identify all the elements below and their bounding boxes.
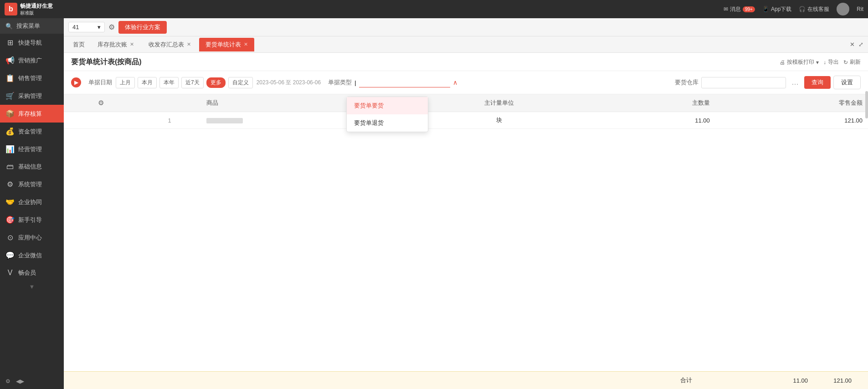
- app-version: 标准版: [20, 10, 53, 16]
- username: Rit: [857, 6, 863, 12]
- sidebar-item-inventory[interactable]: 📦 库存核算: [0, 105, 64, 123]
- table-row: 1 块 11.00 121.00: [64, 112, 868, 129]
- resize-handle[interactable]: [865, 91, 868, 118]
- tab-inventory-batch[interactable]: 库存批次账 ✕: [91, 38, 140, 51]
- sidebar-item-operations[interactable]: 📊 经营管理: [0, 140, 64, 158]
- refresh-icon: ↻: [843, 59, 848, 66]
- sidebar-item-label: 企业协同: [18, 198, 42, 206]
- table-num-header: [138, 94, 201, 112]
- sidebar-item-app-center[interactable]: ⊙ 应用中心: [0, 229, 64, 246]
- tab-close-order-summary[interactable]: ✕: [244, 41, 248, 47]
- warehouse-filter-group: 要货仓库 … 查询 设置: [675, 76, 861, 89]
- sidebar-item-guide[interactable]: 🎯 新手引导: [0, 211, 64, 229]
- filter-bar: ▶ 单据日期 上月 本月 本年 近7天 更多 自定义 2023-05-06 至 …: [64, 71, 868, 94]
- 7days-button[interactable]: 近7天: [181, 77, 204, 88]
- messages-button[interactable]: ✉ 消息 99+: [724, 5, 755, 13]
- export-button[interactable]: ↓ 导出: [823, 58, 839, 66]
- settings-icon[interactable]: ⚙: [5, 378, 10, 384]
- filter-expand-button[interactable]: ▶: [71, 77, 81, 87]
- tab-close-inventory-batch[interactable]: ✕: [130, 41, 134, 47]
- avatar[interactable]: [837, 3, 849, 15]
- messages-label: 消息: [730, 5, 741, 13]
- table-settings-header[interactable]: ⚙: [64, 94, 138, 112]
- sidebar-footer: ⚙ ◀▶: [0, 374, 64, 389]
- message-icon: ✉: [724, 6, 728, 12]
- sidebar-item-sales[interactable]: 📋 销售管理: [0, 69, 64, 87]
- tab-close-receive-summary[interactable]: ✕: [187, 41, 191, 47]
- search-menu-button[interactable]: 🔍 搜索菜单: [0, 18, 64, 34]
- curr-month-button[interactable]: 本月: [138, 77, 157, 88]
- table-amount-header: 零售金额: [715, 94, 868, 112]
- wechat-icon: 💬: [5, 251, 15, 260]
- finance-icon: 💰: [5, 127, 15, 136]
- online-service-button[interactable]: 🎧 在线客服: [799, 5, 829, 13]
- sidebar: 🔍 搜索菜单 ⊞ 快捷导航 📢 营销推广 📋 销售管理 🛒 采购管理 📦 库存核…: [0, 18, 64, 389]
- app-download-button[interactable]: 📱 App下载: [762, 5, 791, 13]
- print-template-button[interactable]: 🖨 按模板打印 ▾: [780, 58, 819, 66]
- tab-receive-summary[interactable]: 收发存汇总表 ✕: [142, 38, 197, 51]
- prev-month-button[interactable]: 上月: [116, 77, 135, 88]
- service-icon: 🎧: [799, 6, 806, 12]
- sidebar-item-label: 系统管理: [18, 180, 42, 189]
- doc-type-input[interactable]: [359, 77, 450, 87]
- doc-type-filter-group: 单据类型 | ∧: [328, 77, 457, 87]
- year-button[interactable]: 本年: [159, 77, 179, 88]
- sidebar-item-label: 应用中心: [18, 234, 42, 242]
- sidebar-item-purchase[interactable]: 🛒 采购管理: [0, 87, 64, 105]
- app-center-icon: ⊙: [5, 233, 15, 242]
- promote-button[interactable]: 体验行业方案: [118, 21, 167, 34]
- sidebar-item-finance[interactable]: 💰 资金管理: [0, 123, 64, 140]
- search-menu-label: 搜索菜单: [16, 22, 40, 30]
- tabs-close-all-icon[interactable]: ✕: [850, 41, 855, 48]
- messages-badge: 99+: [743, 6, 755, 12]
- settings-button[interactable]: 设置: [833, 76, 861, 89]
- custom-date-button[interactable]: 自定义: [228, 77, 253, 88]
- date-filter-group: 单据日期 上月 本月 本年 近7天 更多 自定义 2023-05-06 至 20…: [88, 77, 321, 88]
- toolbar-row: 41 ▾ ⚙ 体验行业方案: [64, 18, 868, 36]
- row-unit: 块: [410, 112, 589, 129]
- table-container: ⚙ 商品 主计量单位 主数量 零售金额 1: [64, 94, 868, 371]
- sidebar-item-label: 快捷导航: [18, 39, 42, 47]
- query-button[interactable]: 查询: [804, 76, 831, 89]
- online-service-label: 在线客服: [807, 5, 829, 13]
- purchase-icon: 🛒: [5, 92, 15, 100]
- more-date-button[interactable]: 更多: [206, 77, 226, 88]
- toolbar-number[interactable]: 41 ▾: [68, 22, 105, 32]
- warehouse-input[interactable]: [701, 77, 786, 88]
- tab-home[interactable]: 首页: [68, 38, 89, 51]
- dropdown-option-order-req[interactable]: 要货单要货: [347, 97, 428, 114]
- basic-info-icon: 🗃: [5, 163, 15, 171]
- table-footer: 合计 11.00 121.00: [64, 371, 868, 389]
- refresh-button[interactable]: ↻ 刷新: [843, 58, 861, 66]
- sidebar-item-basic-info[interactable]: 🗃 基础信息: [0, 158, 64, 175]
- sidebar-item-system[interactable]: ⚙ 系统管理: [0, 175, 64, 193]
- collapse-icon[interactable]: ◀▶: [16, 378, 24, 384]
- doc-type-dropdown: 要货单要货 要货单退货: [346, 97, 428, 132]
- table-unit-header: 主计量单位: [410, 94, 589, 112]
- app-logo: b 畅捷通好生意 标准版: [5, 2, 68, 16]
- toolbar-gear-icon[interactable]: ⚙: [108, 23, 115, 31]
- date-label: 单据日期: [88, 78, 112, 87]
- table-quantity-header: 主数量: [589, 94, 715, 112]
- search-icon: 🔍: [5, 23, 13, 30]
- print-icon: 🖨: [780, 59, 785, 66]
- sidebar-item-marketing[interactable]: 📢 营销推广: [0, 51, 64, 69]
- dropdown-option-order-ret[interactable]: 要货单退货: [347, 114, 428, 132]
- more-filter-icon[interactable]: …: [789, 77, 801, 87]
- sidebar-item-label: 资金管理: [18, 128, 42, 136]
- sidebar-scroll-down[interactable]: ▼: [0, 282, 64, 292]
- sidebar-item-enterprise[interactable]: 🤝 企业协同: [0, 193, 64, 211]
- download-icon: 📱: [762, 6, 769, 12]
- tab-order-summary[interactable]: 要货单统计表 ✕: [199, 38, 254, 51]
- doc-type-chevron-icon[interactable]: ∧: [453, 79, 457, 86]
- tabs-expand-icon[interactable]: ⤢: [858, 41, 863, 48]
- app-download-label: App下载: [771, 5, 791, 13]
- sidebar-item-enterprise-wechat[interactable]: 💬 企业微信: [0, 246, 64, 264]
- page-title: 要货单统计表(按商品): [71, 57, 142, 67]
- page-actions: 🖨 按模板打印 ▾ ↓ 导出 ↻ 刷新: [780, 58, 861, 66]
- sidebar-item-quick-nav[interactable]: ⊞ 快捷导航: [0, 34, 64, 51]
- sidebar-item-label: 营销推广: [18, 56, 42, 65]
- sidebar-item-vip[interactable]: V 畅会员: [0, 264, 64, 282]
- tabs-bar: 首页 库存批次账 ✕ 收发存汇总表 ✕ 要货单统计表 ✕ ✕ ⤢: [64, 36, 868, 53]
- date-range-text: 2023-05-06 至 2023-06-06: [257, 79, 321, 87]
